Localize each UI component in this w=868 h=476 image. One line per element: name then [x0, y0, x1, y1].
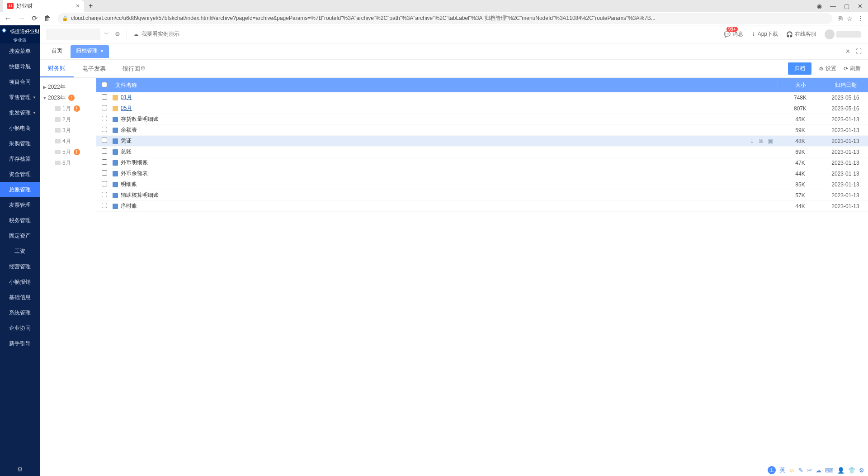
browser-tab[interactable]: U 好业财 × — [3, 0, 84, 12]
lock-icon: 🔒 — [62, 15, 68, 21]
window-controls: ◉ — ▢ ✕ — [811, 3, 868, 10]
message-button[interactable]: 99+ 💬 消息 — [724, 30, 743, 38]
tab-close-icon[interactable]: × — [76, 2, 80, 10]
support-label: 在线客服 — [795, 30, 816, 38]
address-bar[interactable]: 🔒 cloud.chanjet.com/cc/u6d89qwnryel/57bf… — [57, 13, 832, 24]
headset-icon: 🎧 — [786, 31, 793, 38]
favicon-icon: U — [7, 3, 14, 9]
brand-subtitle: 专业版 — [13, 37, 27, 43]
demo-label: 我要看实例演示 — [142, 30, 179, 38]
back-icon[interactable]: ← — [5, 14, 12, 23]
delete-icon[interactable]: 🗑 — [44, 14, 51, 23]
divider — [127, 30, 127, 39]
user-menu[interactable] — [825, 29, 861, 39]
download-button[interactable]: ⤓ App下载 — [751, 30, 778, 38]
download-icon: ⤓ — [751, 31, 756, 38]
demo-link[interactable]: ☁ 我要看实例演示 — [133, 30, 179, 38]
browser-menu-icon[interactable]: ⋮ — [857, 15, 863, 22]
window-minimize-icon[interactable]: — — [830, 3, 836, 10]
browser-tabstrip: U 好业财 × + ◉ — ▢ ✕ — [0, 0, 868, 12]
badge: 99+ — [726, 27, 738, 32]
org-switcher[interactable] — [46, 29, 100, 40]
gear-icon[interactable]: ⚙ — [115, 31, 120, 38]
bookmark-icon[interactable]: ☆ — [847, 15, 853, 22]
window-maximize-icon[interactable]: ▢ — [844, 3, 849, 10]
avatar — [825, 29, 835, 39]
chat-icon: 💬 — [724, 31, 731, 38]
user-name — [836, 31, 861, 38]
brand-logo: 畅捷通好业财 专业版 — [0, 25, 40, 43]
app-header: ﹀ ⚙ ☁ 我要看实例演示 99+ 💬 消息 ⤓ App下载 🎧 在线客服 — [40, 25, 868, 43]
install-icon[interactable]: ⎘ — [839, 15, 842, 22]
forward-icon: → — [18, 14, 25, 23]
new-tab-button[interactable]: + — [84, 2, 97, 10]
window-close-icon[interactable]: ✕ — [858, 3, 863, 10]
tab-title: 好业财 — [16, 2, 33, 10]
support-button[interactable]: 🎧 在线客服 — [786, 30, 816, 38]
download-label: App下载 — [758, 30, 778, 38]
incognito-icon: ◉ — [817, 3, 822, 10]
svg-point-0 — [3, 29, 5, 32]
sidebar: 畅捷通好业财 专业版 搜索菜单快捷导航项目合同零售管理▼批发管理▼小畅电商采购管… — [0, 25, 40, 43]
logo-icon — [0, 27, 8, 35]
brand-title: 畅捷通好业财 — [10, 28, 40, 35]
chevron-down-icon[interactable]: ﹀ — [104, 30, 109, 38]
reload-icon[interactable]: ⟳ — [32, 14, 38, 23]
browser-toolbar: ← → ⟳ 🗑 🔒 cloud.chanjet.com/cc/u6d89qwnr… — [0, 12, 868, 25]
cloud-icon: ☁ — [133, 31, 139, 38]
url-text: cloud.chanjet.com/cc/u6d89qwnryel/57bfsk… — [71, 14, 656, 22]
